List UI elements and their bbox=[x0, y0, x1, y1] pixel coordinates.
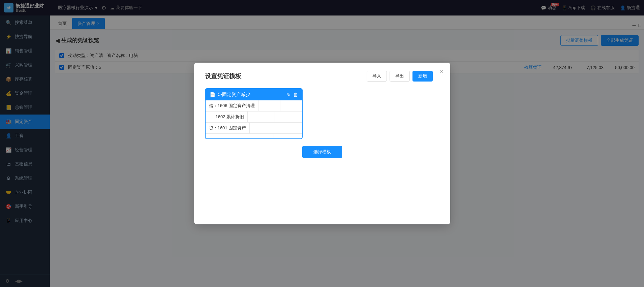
main-area: 🔍 搜索菜单 ⚡ 快捷导航 📊 销售管理 🛒 采购管理 📦 库存核算 bbox=[0, 15, 644, 287]
template-header-actions: ✎ 🗑 bbox=[286, 92, 298, 97]
template-row-1: 借：1606 固定资产清理 bbox=[206, 100, 302, 111]
import-btn[interactable]: 导入 bbox=[367, 71, 387, 82]
template-cell-type-1: 借：1606 固定资产清理 bbox=[206, 100, 259, 111]
template-delete-btn[interactable]: 🗑 bbox=[293, 92, 298, 97]
template-row-2: 1602 累计折旧 bbox=[206, 111, 302, 123]
template-name: 5-固定资产减少 bbox=[218, 92, 250, 98]
export-btn[interactable]: 导出 bbox=[390, 71, 410, 82]
template-cell-col4-1 bbox=[280, 100, 302, 111]
select-template-btn[interactable]: 选择模板 bbox=[302, 146, 342, 158]
template-row-3: 贷：1601 固定资产 bbox=[206, 123, 302, 134]
template-cell-col3-1 bbox=[258, 100, 280, 111]
template-cell-col3-2 bbox=[248, 111, 275, 122]
template-cell-type-4 bbox=[206, 134, 246, 138]
template-card-header: 📄 5-固定资产减少 ✎ 🗑 bbox=[206, 89, 302, 100]
modal-close-btn[interactable]: × bbox=[440, 68, 443, 75]
template-card-body: 借：1606 固定资产清理 1602 累计折旧 bbox=[206, 100, 302, 138]
template-cell-type-3: 贷：1601 固定资产 bbox=[206, 123, 250, 133]
template-cell-col4-4 bbox=[274, 134, 302, 138]
template-cell-col4-2 bbox=[275, 111, 302, 122]
template-edit-btn[interactable]: ✎ bbox=[286, 92, 290, 97]
page-content: ◀ 生成的凭证预览 批量调整模板 全部生成凭证 变动类型：资产清 bbox=[50, 30, 644, 287]
modal-toolbar: 导入 导出 新增 bbox=[367, 71, 433, 82]
select-btn-area: 选择模板 bbox=[205, 146, 439, 158]
template-cell-type-2: 1602 累计折旧 bbox=[206, 111, 248, 122]
template-cell-col4-3 bbox=[276, 123, 302, 133]
template-row-4 bbox=[206, 134, 302, 138]
template-card: 📄 5-固定资产减少 ✎ 🗑 借：1606 固定资产清理 bbox=[205, 88, 303, 139]
template-cell-col3-3 bbox=[250, 123, 276, 133]
content-area: 首页 资产管理 × ─ □ ◀ 生成的凭证预览 bbox=[50, 15, 644, 287]
template-file-icon: 📄 bbox=[210, 92, 215, 97]
template-cell-col3-4 bbox=[246, 134, 274, 138]
modal: 设置凭证模板 × 导入 导出 新增 📄 5-固定资产减少 bbox=[194, 63, 450, 224]
modal-overlay: 设置凭证模板 × 导入 导出 新增 📄 5-固定资产减少 bbox=[50, 30, 644, 287]
new-template-btn[interactable]: 新增 bbox=[412, 71, 433, 82]
